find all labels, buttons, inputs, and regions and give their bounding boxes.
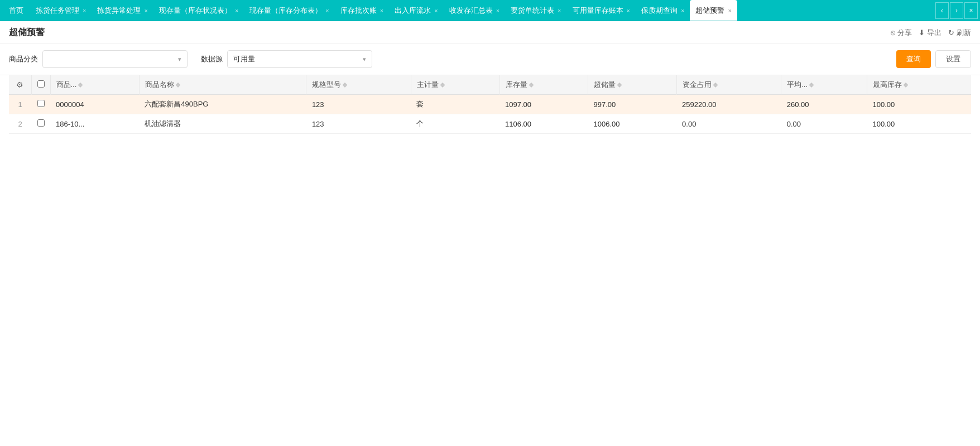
close-icon[interactable]: × <box>235 7 238 14</box>
category-filter: 商品分类 ▾ <box>9 50 188 68</box>
capital-header[interactable]: 资金占用 <box>676 75 781 95</box>
nav-tab-7[interactable]: 收发存汇总表 × <box>444 0 505 21</box>
product-name-cell: 六配套新昌490BPG <box>139 95 306 114</box>
nav-more-arrow[interactable]: × <box>964 2 978 19</box>
nav-tab-2[interactable]: 拣货异常处理 × <box>92 0 153 21</box>
nav-tab-label: 可用量库存账本 <box>573 6 623 16</box>
close-icon[interactable]: × <box>496 7 499 14</box>
datasource-value: 可用量 <box>233 54 255 64</box>
share-label: 分享 <box>897 28 912 38</box>
close-icon[interactable]: × <box>558 7 561 14</box>
checkbox-column-header[interactable] <box>31 75 50 95</box>
gear-icon[interactable]: ⚙ <box>16 80 23 89</box>
page-header: 超储预警 ⎋ 分享 ⬇ 导出 ↻ 刷新 <box>0 21 980 43</box>
refresh-button[interactable]: ↻ 刷新 <box>948 28 971 38</box>
close-icon[interactable]: × <box>380 7 383 14</box>
nav-tab-label: 超储预警 <box>695 6 724 16</box>
nav-prev-arrow[interactable]: ‹ <box>935 2 949 19</box>
row-checkbox[interactable] <box>37 119 45 127</box>
sort-icon <box>809 83 814 88</box>
close-icon[interactable]: × <box>627 7 630 14</box>
sort-icon <box>440 83 445 88</box>
unit-cell: 个 <box>411 114 499 134</box>
select-all-checkbox[interactable] <box>37 80 45 88</box>
product-code-cell: 186-10... <box>50 114 139 134</box>
avg-cell: 0.00 <box>781 114 867 134</box>
sort-icon <box>343 83 347 88</box>
nav-tab-label: 要货单统计表 <box>511 6 554 16</box>
nav-tab-4[interactable]: 现存量（库存分布表） × <box>244 0 334 21</box>
nav-tab-3[interactable]: 现存量（库存状况表） × <box>153 0 244 21</box>
table-row: 2 186-10... 机油滤清器 123 个 1106.00 1006.00 … <box>9 114 971 134</box>
row-checkbox-cell[interactable] <box>31 95 50 114</box>
close-icon[interactable]: × <box>434 7 438 14</box>
spec-cell: 123 <box>306 95 411 114</box>
nav-arrows: ‹ › × <box>934 2 978 19</box>
datasource-label: 数据源 <box>201 54 223 64</box>
row-number: 2 <box>9 114 31 134</box>
nav-tab-label: 拣货任务管理 <box>36 6 79 16</box>
close-icon[interactable]: × <box>83 7 86 14</box>
export-label: 导出 <box>927 28 941 38</box>
sort-icon <box>713 83 718 88</box>
stock-header[interactable]: 库存量 <box>499 75 588 95</box>
nav-tab-9[interactable]: 可用量库存账本 × <box>567 0 636 21</box>
close-icon[interactable]: × <box>728 7 731 14</box>
capital-cell: 0.00 <box>676 114 781 134</box>
page-title: 超储预警 <box>9 27 45 38</box>
overstock-header[interactable]: 超储量 <box>588 75 677 95</box>
product-name-header[interactable]: 商品名称 <box>139 75 306 95</box>
max-stock-cell: 100.00 <box>867 95 971 114</box>
category-select[interactable]: ▾ <box>42 50 188 68</box>
nav-tab-11[interactable]: 超储预警 × <box>690 0 737 21</box>
nav-tab-5[interactable]: 库存批次账 × <box>335 0 389 21</box>
nav-tab-6[interactable]: 出入库流水 × <box>389 0 443 21</box>
overstock-cell: 997.00 <box>588 95 677 114</box>
chevron-down-icon: ▾ <box>178 56 181 63</box>
table-header-row: ⚙ 商品... 商品名称 <box>9 75 971 95</box>
sort-icon <box>176 83 180 88</box>
capital-cell: 259220.00 <box>676 95 781 114</box>
set-button[interactable]: 设置 <box>935 50 971 68</box>
nav-home[interactable]: 首页 <box>2 6 30 16</box>
sort-icon <box>78 83 83 88</box>
refresh-icon: ↻ <box>948 28 954 37</box>
query-button[interactable]: 查询 <box>896 50 931 68</box>
max-stock-header[interactable]: 最高库存 <box>867 75 971 95</box>
overstock-cell: 1006.00 <box>588 114 677 134</box>
refresh-label: 刷新 <box>957 28 971 38</box>
header-actions: ⎋ 分享 ⬇ 导出 ↻ 刷新 <box>891 28 971 38</box>
nav-next-arrow[interactable]: › <box>950 2 963 19</box>
avg-header[interactable]: 平均... <box>781 75 867 95</box>
data-table: ⚙ 商品... 商品名称 <box>9 75 971 134</box>
row-number: 1 <box>9 95 31 114</box>
share-icon: ⎋ <box>891 28 895 37</box>
close-icon[interactable]: × <box>681 7 684 14</box>
nav-tab-label: 现存量（库存状况表） <box>159 6 232 16</box>
nav-tab-label: 现存量（库存分布表） <box>249 6 322 16</box>
nav-tab-label: 拣货异常处理 <box>97 6 141 16</box>
category-label: 商品分类 <box>9 54 38 64</box>
unit-header[interactable]: 主计量 <box>411 75 499 95</box>
share-button[interactable]: ⎋ 分享 <box>891 28 912 38</box>
nav-tab-10[interactable]: 保质期查询 × <box>636 0 690 21</box>
spec-header[interactable]: 规格型号 <box>306 75 411 95</box>
nav-tab-8[interactable]: 要货单统计表 × <box>505 0 566 21</box>
nav-tab-label: 库存批次账 <box>340 6 377 16</box>
chevron-down-icon: ▾ <box>363 56 366 63</box>
top-navigation: 首页 拣货任务管理 × 拣货异常处理 × 现存量（库存状况表） × 现存量（库存… <box>0 0 980 21</box>
datasource-select[interactable]: 可用量 ▾ <box>227 50 372 68</box>
product-name-cell: 机油滤清器 <box>139 114 306 134</box>
close-icon[interactable]: × <box>144 7 147 14</box>
settings-column-header[interactable]: ⚙ <box>9 75 31 95</box>
nav-tab-1[interactable]: 拣货任务管理 × <box>30 0 92 21</box>
sort-icon <box>904 83 908 88</box>
sort-icon <box>617 83 622 88</box>
row-checkbox-cell[interactable] <box>31 114 50 134</box>
export-button[interactable]: ⬇ 导出 <box>919 28 941 38</box>
datasource-filter: 数据源 可用量 ▾ <box>201 50 372 68</box>
row-checkbox[interactable] <box>37 100 45 107</box>
table-row: 1 0000004 六配套新昌490BPG 123 套 1097.00 997.… <box>9 95 971 114</box>
close-icon[interactable]: × <box>325 7 329 14</box>
product-code-header[interactable]: 商品... <box>50 75 139 95</box>
